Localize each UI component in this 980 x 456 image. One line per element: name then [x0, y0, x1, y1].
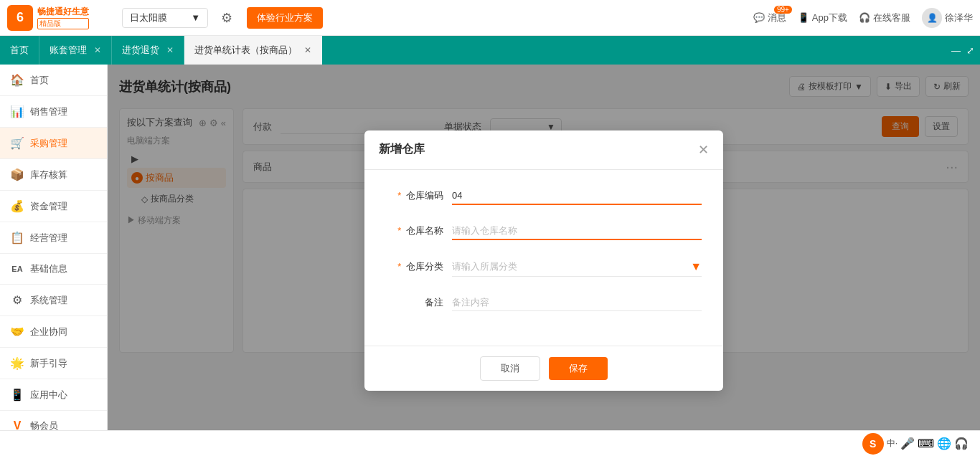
sidebar-item-inventory[interactable]: 📦 库存核算	[0, 159, 107, 191]
sidebar-label-home: 首页	[30, 74, 49, 87]
sidebar-label-sales: 销售管理	[30, 105, 67, 118]
tab-purchase-stats-close-icon[interactable]: ✕	[304, 45, 311, 55]
tab-purchase-stats[interactable]: 进货单统计表（按商品） ✕	[184, 36, 322, 65]
logo-badge: 精品版	[37, 18, 89, 29]
tab-account-close-icon[interactable]: ✕	[94, 45, 101, 55]
logo-icon: 6	[7, 5, 33, 31]
warehouse-code-input[interactable]	[452, 187, 702, 205]
dialog-body: * 仓库编码 * 仓库名称	[364, 170, 723, 346]
sidebar-item-finance[interactable]: 💰 资金管理	[0, 191, 107, 222]
tab-purchase-return-label: 进货退货	[122, 44, 159, 57]
tab-home[interactable]: 首页	[0, 36, 39, 65]
sidebar-label-guide: 新手引导	[30, 357, 67, 370]
enterprise-icon: 🤝	[10, 325, 24, 338]
sidebar-label-finance: 资金管理	[30, 200, 67, 213]
form-row-note: 备注	[386, 294, 702, 311]
translate-icon: 🌐	[937, 437, 951, 450]
dialog-close-button[interactable]: ✕	[698, 142, 709, 158]
operations-icon: 📋	[10, 231, 24, 244]
username: 徐泽华	[945, 11, 973, 24]
sidebar-label-enterprise: 企业协同	[30, 326, 67, 338]
tab-purchase-return[interactable]: 进货退货 ✕	[112, 36, 184, 65]
warehouse-name-input[interactable]	[452, 222, 702, 240]
inventory-icon: 📦	[10, 168, 24, 181]
sidebar-label-system: 系统管理	[30, 294, 67, 307]
sidebar-item-purchase[interactable]: 🛒 采购管理	[0, 128, 107, 159]
bottom-label: 中·	[887, 437, 897, 450]
messages-button[interactable]: 💬 消息 99+	[753, 11, 786, 24]
system-icon: ⚙	[10, 293, 24, 307]
online-service-button[interactable]: 🎧 在线客服	[859, 11, 910, 24]
name-label: * 仓库名称	[386, 224, 443, 237]
sales-icon: 📊	[10, 105, 24, 118]
sidebar-item-enterprise[interactable]: 🤝 企业协同	[0, 316, 107, 348]
home-icon: 🏠	[10, 73, 24, 87]
sidebar-item-operations[interactable]: 📋 经营管理	[0, 222, 107, 254]
tab-home-label: 首页	[10, 44, 29, 57]
sidebar-label-purchase: 采购管理	[30, 137, 67, 150]
headphone-icon: 🎧	[859, 12, 870, 23]
logo-area: 6 畅捷通好生意 精品版	[7, 5, 115, 31]
app-download-label: App下载	[812, 11, 847, 24]
basic-info-icon: EA	[10, 265, 24, 273]
form-row-category: * 仓库分类 请输入所属分类 ▼	[386, 257, 702, 277]
finance-icon: 💰	[10, 199, 24, 213]
bottom-bar: S 中· 🎤 ⌨ 🌐 🎧	[0, 430, 980, 456]
user-info[interactable]: 👤 徐泽华	[922, 8, 973, 28]
tab-purchase-stats-label: 进货单统计表（按商品）	[194, 44, 297, 57]
header-actions: ⚙ 体验行业方案	[215, 6, 323, 29]
app-download-button[interactable]: 📱 App下载	[798, 11, 847, 24]
app-center-icon: 📱	[10, 388, 24, 402]
save-button[interactable]: 保存	[549, 357, 608, 380]
tab-minimize-icon[interactable]: —	[951, 45, 961, 56]
trial-button[interactable]: 体验行业方案	[247, 7, 323, 29]
sidebar: 🏠 首页 📊 销售管理 🛒 采购管理 📦 库存核算 💰 资金管理 📋 经营管理 …	[0, 65, 108, 456]
required-star-code: *	[397, 190, 401, 201]
guide-icon: 🌟	[10, 356, 24, 370]
content-area: 进货单统计(按商品) 🖨 按模板打印 ▼ ⬇ 导出 ↻ 刷新	[108, 65, 980, 456]
warehouse-note-input[interactable]	[452, 294, 702, 311]
logo-name: 畅捷通好生意	[37, 6, 89, 18]
header-right: 💬 消息 99+ 📱 App下载 🎧 在线客服 👤 徐泽华	[753, 8, 973, 28]
tab-account-label: 账套管理	[50, 44, 87, 57]
headphone-bottom-icon: 🎧	[954, 437, 969, 450]
avatar: 👤	[922, 8, 942, 28]
tab-maximize-icon[interactable]: ⤢	[966, 45, 974, 56]
bottom-logo: S 中· 🎤 ⌨ 🌐 🎧	[862, 433, 969, 455]
store-selector[interactable]: 日太阳膜 ▼	[122, 8, 208, 28]
bottom-s-icon: S	[862, 433, 884, 455]
cancel-button[interactable]: 取消	[480, 356, 540, 381]
header: 6 畅捷通好生意 精品版 日太阳膜 ▼ ⚙ 体验行业方案 💬 消息 99+ 📱 …	[0, 0, 980, 36]
store-name: 日太阳膜	[130, 11, 167, 24]
note-label: 备注	[386, 296, 443, 309]
tab-bar: 首页 账套管理 ✕ 进货退货 ✕ 进货单统计表（按商品） ✕ — ⤢	[0, 36, 980, 65]
microphone-icon: 🎤	[900, 437, 915, 450]
sidebar-label-basic-info: 基础信息	[30, 262, 67, 275]
dialog-title: 新增仓库	[379, 142, 425, 157]
dialog-header: 新增仓库 ✕	[364, 130, 723, 170]
message-icon: 💬	[753, 12, 765, 23]
keyboard-icon: ⌨	[918, 437, 934, 450]
dialog-overlay: 新增仓库 ✕ * 仓库编码	[108, 65, 980, 456]
category-select[interactable]: 请输入所属分类 ▼	[452, 257, 702, 277]
form-row-name: * 仓库名称	[386, 222, 702, 240]
code-label: * 仓库编码	[386, 189, 443, 202]
category-placeholder: 请输入所属分类	[452, 260, 690, 273]
required-star-name: *	[397, 225, 401, 236]
form-row-code: * 仓库编码	[386, 187, 702, 205]
tab-controls: — ⤢	[946, 45, 980, 56]
category-dropdown-icon: ▼	[690, 260, 702, 273]
sidebar-item-basic-info[interactable]: EA 基础信息	[0, 254, 107, 285]
sidebar-item-home[interactable]: 🏠 首页	[0, 65, 107, 96]
online-service-label: 在线客服	[873, 11, 910, 24]
settings-icon-button[interactable]: ⚙	[215, 6, 238, 29]
sidebar-item-system[interactable]: ⚙ 系统管理	[0, 285, 107, 316]
sidebar-item-guide[interactable]: 🌟 新手引导	[0, 348, 107, 379]
sidebar-label-app-center: 应用中心	[30, 389, 67, 402]
sidebar-item-sales[interactable]: 📊 销售管理	[0, 96, 107, 128]
tab-account[interactable]: 账套管理 ✕	[39, 36, 112, 65]
tab-purchase-return-close-icon[interactable]: ✕	[166, 45, 174, 55]
main-layout: 🏠 首页 📊 销售管理 🛒 采购管理 📦 库存核算 💰 资金管理 📋 经营管理 …	[0, 65, 980, 456]
sidebar-item-app-center[interactable]: 📱 应用中心	[0, 379, 107, 411]
messages-badge: 99+	[774, 6, 792, 14]
